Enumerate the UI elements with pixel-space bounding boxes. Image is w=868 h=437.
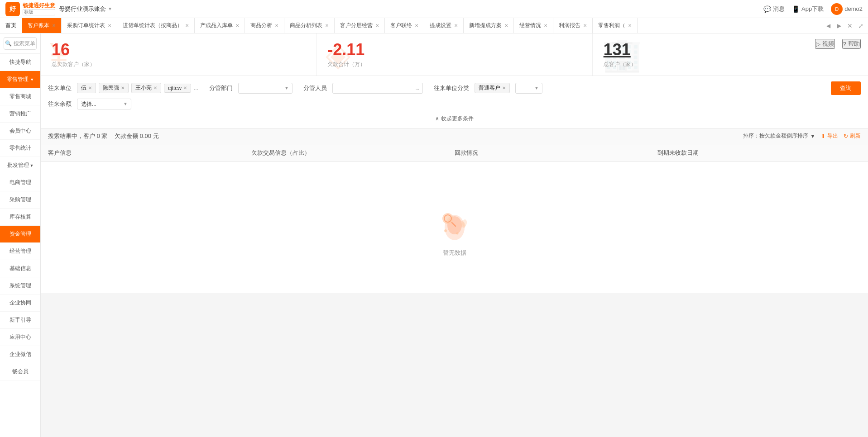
sidebar-quick-nav[interactable]: 快捷导航 <box>0 54 41 71</box>
tab-profit-report-close[interactable]: ✕ <box>583 23 587 28</box>
tab-product-analysis[interactable]: 商品分析 ✕ <box>245 18 284 33</box>
sidebar-item-enterprise-wechat[interactable]: 企业微信 <box>0 346 41 363</box>
enterprise-selector[interactable]: 母婴行业演示账套 ▼ <box>59 5 112 13</box>
collapse-button[interactable]: ∧ 收起更多条件 <box>435 115 474 123</box>
tab-home[interactable]: 首页 <box>0 18 22 33</box>
filter-tag-wu-close[interactable]: ✕ <box>88 86 92 90</box>
tab-product-analysis-list-label: 商品分析列表 <box>290 22 322 29</box>
sidebar-search-button[interactable]: 🔍 搜索菜单 <box>4 37 37 50</box>
message-button[interactable]: 💬 消息 <box>763 5 785 13</box>
tab-goods-stats-label: 进货单统计表（按商品） <box>123 22 182 29</box>
sidebar-search-area: 🔍 搜索菜单 <box>0 33 40 54</box>
sidebar-item-sys[interactable]: 系统管理 <box>0 277 41 294</box>
tab-customer-contacts-close[interactable]: ✕ <box>415 23 418 28</box>
debt-unit: 元 <box>153 133 159 139</box>
sidebar-item-purchase[interactable]: 采购管理 <box>0 191 41 209</box>
filter-tag-normal-customer-close[interactable]: ✕ <box>502 86 506 90</box>
sidebar-item-basic-info[interactable]: 基础信息 <box>0 260 41 277</box>
sidebar-item-retail-mall[interactable]: 零售商城 <box>0 88 41 105</box>
sidebar-item-new-guide[interactable]: 新手引导 <box>0 312 41 329</box>
sidebar-item-finance[interactable]: 资金管理 <box>0 226 41 243</box>
col-header-customer-info: 客户信息 <box>48 149 251 157</box>
export-button[interactable]: ⬆ 导出 <box>821 132 838 140</box>
sidebar-item-inventory[interactable]: 库存核算 <box>0 209 41 226</box>
filter-tag-cjttcw-close[interactable]: ✕ <box>183 86 187 90</box>
sidebar-item-vip-member[interactable]: 畅会员 <box>0 363 41 380</box>
sidebar: 🔍 搜索菜单 快捷导航 零售管理 ▼ 零售商城 营销推广 会员中心 零售统计 批… <box>0 33 41 437</box>
sidebar-item-basic-info-label: 基础信息 <box>10 265 31 271</box>
tab-fullscreen[interactable]: ⤢ <box>856 21 865 30</box>
sidebar-item-retail-stats-label: 零售统计 <box>10 145 31 151</box>
sidebar-item-ops[interactable]: 经营管理 <box>0 243 41 260</box>
sidebar-item-new-guide-label: 新手引导 <box>10 317 31 323</box>
user-profile[interactable]: D demo2 <box>831 3 863 15</box>
dept-select[interactable] <box>238 83 293 94</box>
tab-purchase-orders-close[interactable]: ✕ <box>108 23 111 28</box>
stat-value-debt-total: -2.11 <box>327 41 581 59</box>
filter-tag-cjttcw: cjttcw ✕ <box>164 84 191 93</box>
tab-new-prompt-close[interactable]: ✕ <box>504 23 508 28</box>
filter-tag-cjttcw-label: cjttcw <box>168 85 182 91</box>
tab-profit-report[interactable]: 利润报告 ✕ <box>553 18 593 33</box>
tab-goods-stats-close[interactable]: ✕ <box>185 23 189 28</box>
tab-product-analysis-list-close[interactable]: ✕ <box>325 23 329 28</box>
tab-goods-stats[interactable]: 进货单统计表（按商品） ✕ <box>117 18 195 33</box>
stat-value-debt-customers: 16 <box>52 41 305 59</box>
tab-product-inbound-close[interactable]: ✕ <box>235 23 239 28</box>
stat-label-debt-total: 欠款合计（万） <box>327 61 581 68</box>
sidebar-item-retail-stats[interactable]: 零售统计 <box>0 140 41 157</box>
tab-operations[interactable]: 经营情况 ✕ <box>514 18 553 33</box>
sidebar-item-enterprise-collab[interactable]: 企业协同 <box>0 294 41 312</box>
balance-select[interactable]: 选择... <box>77 99 131 109</box>
tab-prompt-settings-close[interactable]: ✕ <box>454 23 458 28</box>
tab-customers-close[interactable]: ✕ <box>52 23 56 28</box>
customer-count: 0 <box>97 133 100 139</box>
unit-class-filter-label: 往来单位分类 <box>434 84 469 92</box>
stat-value-total-customers: 131 <box>604 41 857 59</box>
tab-close-all[interactable]: ✕ <box>845 21 854 30</box>
sort-selector[interactable]: 排序：按欠款金额倒序排序 ▼ <box>743 132 815 140</box>
enterprise-dropdown-icon[interactable]: ▼ <box>108 6 112 11</box>
tab-next-arrow[interactable]: ▶ <box>834 21 844 30</box>
results-bar: 搜索结果中，客户 0 家 欠款金额 0.00 元 排序：按欠款金额倒序排序 ▼ … <box>41 128 868 144</box>
tab-retail-profit-close[interactable]: ✕ <box>628 23 632 28</box>
tab-new-prompt[interactable]: 新增提成方案 ✕ <box>464 18 514 33</box>
col-header-repayment: 回款情况 <box>455 149 658 157</box>
sidebar-item-wholesale[interactable]: 批发管理 ▼ <box>0 157 41 174</box>
filter-tag-normal-customer-label: 普通客户 <box>479 84 500 92</box>
tab-prev-arrow[interactable]: ◀ <box>824 21 833 30</box>
sidebar-item-app-center[interactable]: 应用中心 <box>0 329 41 346</box>
tab-customer-segments-close[interactable]: ✕ <box>375 23 379 28</box>
person-select[interactable] <box>332 83 423 94</box>
tab-purchase-orders[interactable]: 采购订单统计表 ✕ <box>62 18 117 33</box>
tab-customer-contacts[interactable]: 客户联络 ✕ <box>385 18 424 33</box>
sidebar-item-ecommerce[interactable]: 电商管理 <box>0 174 41 191</box>
tab-customer-segments[interactable]: 客户分层经营 ✕ <box>335 18 385 33</box>
sidebar-item-marketing[interactable]: 营销推广 <box>0 105 41 123</box>
tab-operations-close[interactable]: ✕ <box>544 23 547 28</box>
user-name: demo2 <box>844 5 863 12</box>
tab-customers[interactable]: 客户账本 ✕ <box>22 18 62 33</box>
sidebar-search-label: 搜索菜单 <box>14 40 35 48</box>
debt-value: 0.00 <box>140 133 151 139</box>
dept-filter-label: 分管部门 <box>209 84 233 92</box>
svg-point-6 <box>456 232 458 234</box>
tab-product-inbound[interactable]: 产成品入库单 ✕ <box>195 18 245 33</box>
tab-retail-profit-label: 零售利润（ <box>598 22 625 29</box>
tab-product-analysis-list[interactable]: 商品分析列表 ✕ <box>284 18 335 33</box>
unit-class-select[interactable] <box>515 83 542 94</box>
filter-more-tags[interactable]: ... <box>194 85 198 91</box>
tab-prompt-settings[interactable]: 提成设置 ✕ <box>424 18 464 33</box>
refresh-button[interactable]: ↻ 刷新 <box>844 132 861 140</box>
query-button[interactable]: 查询 <box>831 81 861 95</box>
unit-filter-tags: 伍 ✕ 陈民强 ✕ 王小亮 ✕ cjttcw ✕ ... <box>77 83 198 93</box>
tab-retail-profit[interactable]: 零售利润（ ✕ <box>593 18 638 33</box>
filter-tag-chen-close[interactable]: ✕ <box>121 86 125 90</box>
tab-product-analysis-close[interactable]: ✕ <box>275 23 278 28</box>
sidebar-item-member-center[interactable]: 会员中心 <box>0 123 41 140</box>
sidebar-expand-icon: ▼ <box>30 77 34 82</box>
app-download-button[interactable]: 📱 App下载 <box>792 5 824 13</box>
sort-label: 排序：按欠款金额倒序排序 <box>743 132 808 140</box>
filter-tag-wang-close[interactable]: ✕ <box>153 86 157 90</box>
sidebar-item-retail-mgmt[interactable]: 零售管理 ▼ <box>0 71 41 88</box>
